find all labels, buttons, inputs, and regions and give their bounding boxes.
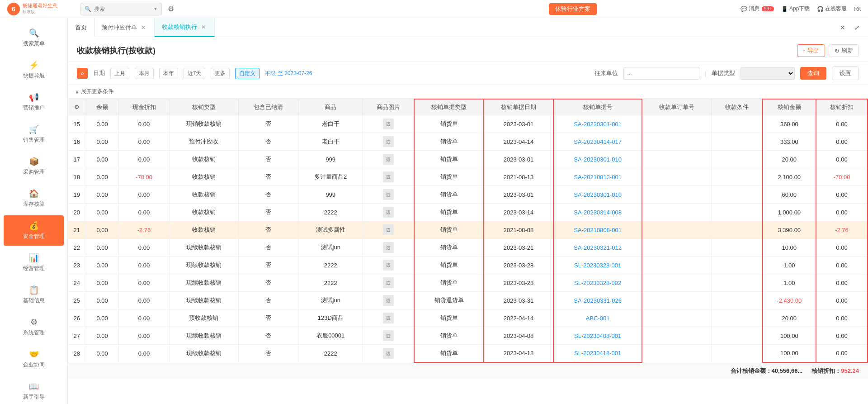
table-wrapper: ⚙ 余额 现金折扣 核销类型 包含已结清 商品 商品图片 核销单据类型 核销单据…: [68, 99, 868, 404]
cell-receipt-order-no: [642, 292, 711, 309]
sidebar-item-sales-mgmt[interactable]: 🛒销售管理: [4, 119, 64, 149]
cell-receipt-condition: [711, 133, 762, 151]
last-month-btn[interactable]: 上月: [110, 68, 129, 79]
settings-btn[interactable]: 设置: [832, 67, 859, 80]
messages-btn[interactable]: 💬 消息 99+: [741, 5, 774, 13]
cell-offset-bill-no[interactable]: SL-20230328-002: [553, 274, 642, 292]
bill-no-link[interactable]: SL-20230408-001: [574, 333, 621, 339]
filter-collapse-btn[interactable]: »: [77, 68, 88, 79]
bill-no-link[interactable]: SA-20230301-010: [574, 191, 622, 198]
query-btn[interactable]: 查询: [800, 67, 826, 80]
industry-btn[interactable]: 休验行业方案: [549, 3, 597, 15]
sidebar-item-purchase-mgmt[interactable]: 📦采购管理: [4, 151, 64, 181]
cell-offset-bill-no[interactable]: SA-20230314-008: [553, 204, 642, 221]
cell-no: 23: [68, 257, 86, 274]
bill-no-link[interactable]: SA-20230301-001: [574, 121, 622, 128]
tab-prepay-close[interactable]: ✕: [140, 24, 147, 31]
sidebar-item-inventory[interactable]: 🏠库存核算: [4, 183, 64, 214]
cell-offset-bill-no[interactable]: SA-20230321-012: [553, 239, 642, 257]
tab-prepay-offset[interactable]: 预付冲应付单 ✕: [94, 18, 155, 37]
refresh-btn[interactable]: ↻ 刷新: [829, 44, 859, 57]
bill-no-link[interactable]: SA-20230301-010: [574, 156, 622, 163]
export-btn[interactable]: ↑ 导出: [797, 44, 826, 57]
last-7-days-btn[interactable]: 近7天: [184, 68, 206, 79]
cell-include-settled: 否: [238, 186, 298, 204]
bill-no-link[interactable]: ABC-001: [586, 315, 610, 322]
cell-offset-discount: 0.00: [816, 204, 868, 221]
cell-receipt-condition: [711, 292, 762, 309]
cell-receipt-order-no: [642, 204, 711, 221]
cell-offset-bill-date: 2023-03-28: [484, 274, 553, 292]
sidebar-item-capital-mgmt[interactable]: 💰资金管理: [4, 215, 64, 246]
cell-offset-bill-no[interactable]: SA-20230301-010: [553, 186, 642, 204]
cell-goods: 123D商品: [298, 309, 363, 327]
online-service-btn[interactable]: 🎧 在线客服: [817, 5, 847, 13]
bill-no-link[interactable]: SA-20230414-017: [574, 138, 622, 145]
search-input[interactable]: [94, 6, 151, 12]
cell-offset-bill-no[interactable]: SA-20230414-017: [553, 133, 642, 151]
cell-goods: 2222: [298, 257, 363, 274]
cell-balance: 0.00: [86, 257, 118, 274]
cell-offset-bill-no[interactable]: SA-20210808-001: [553, 221, 642, 239]
cell-receipt-order-no: [642, 221, 711, 239]
cell-offset-bill-no[interactable]: SL-20230408-001: [553, 327, 642, 345]
expand-more-bar[interactable]: ∨ 展开更多条件: [68, 85, 868, 99]
cell-cash-discount: 0.00: [118, 345, 169, 362]
bill-no-link[interactable]: SA-20230314-008: [574, 209, 622, 216]
cell-no: 24: [68, 274, 86, 292]
cell-offset-bill-type: 销货单: [414, 345, 484, 362]
bill-no-link[interactable]: SL-20230418-001: [574, 350, 621, 356]
bill-no-link[interactable]: SA-20210808-001: [574, 227, 622, 233]
bill-no-link[interactable]: SA-20230321-012: [574, 244, 622, 251]
tab-home[interactable]: 首页: [68, 18, 94, 37]
cell-goods-img: 🖼: [363, 345, 414, 362]
cell-include-settled: 否: [238, 151, 298, 168]
cell-offset-bill-no[interactable]: SA-20230301-001: [553, 115, 642, 133]
cell-offset-bill-no[interactable]: SA-20230301-010: [553, 151, 642, 168]
cell-offset-bill-date: 2023-03-01: [484, 151, 553, 168]
user-name[interactable]: Rit: [854, 6, 861, 12]
this-month-btn[interactable]: 本月: [135, 68, 154, 79]
app-download-btn[interactable]: 📱 App下载: [781, 5, 810, 13]
col-offset-bill-date: 核销单据日期: [484, 99, 553, 115]
more-date-btn[interactable]: 更多: [211, 68, 230, 79]
cell-offset-bill-no[interactable]: SA-20210813-001: [553, 168, 642, 186]
bill-no-link[interactable]: SL-20230328-002: [574, 280, 621, 286]
custom-date-btn[interactable]: 自定义: [235, 68, 259, 79]
bill-no-link[interactable]: SL-20230328-001: [574, 262, 621, 269]
bill-no-link[interactable]: SA-20230331-026: [574, 297, 622, 304]
cell-goods: 999: [298, 151, 363, 168]
tab-prepay-label: 预付冲应付单: [102, 24, 137, 32]
sidebar-item-marketing[interactable]: 📢营销推广: [4, 87, 64, 117]
cell-offset-bill-no[interactable]: SL-20230328-001: [553, 257, 642, 274]
sidebar-icon-basic-info: 📋: [29, 285, 39, 295]
bill-type-select[interactable]: [741, 67, 795, 80]
message-icon: 💬: [741, 6, 747, 12]
col-setting[interactable]: ⚙: [68, 99, 86, 115]
sidebar-item-basic-info[interactable]: 📋基础信息: [4, 280, 64, 310]
col-goods: 商品: [298, 99, 363, 115]
tab-receipt-offset[interactable]: 收款核销执行 ✕: [155, 18, 215, 37]
sidebar-item-quick-nav[interactable]: ⚡快捷导航: [4, 55, 64, 85]
close-all-icon[interactable]: ✕: [837, 22, 848, 33]
main-layout: 🔍搜索菜单⚡快捷导航📢营销推广🛒销售管理📦采购管理🏠库存核算💰资金管理📊经营管理…: [0, 18, 868, 404]
search-bar[interactable]: 🔍 ▼: [80, 3, 162, 15]
sidebar-item-corp-collab[interactable]: 🤝企业协同: [4, 344, 64, 374]
cell-receipt-order-no: [642, 327, 711, 345]
cell-offset-bill-no[interactable]: ABC-001: [553, 309, 642, 327]
search-icon: 🔍: [85, 6, 91, 12]
sidebar-item-newbie-guide[interactable]: 📖新手引导: [4, 376, 64, 404]
cell-balance: 0.00: [86, 239, 118, 257]
cell-offset-bill-no[interactable]: SA-20230331-026: [553, 292, 642, 309]
this-year-btn[interactable]: 本年: [159, 68, 178, 79]
sidebar-item-biz-mgmt[interactable]: 📊经营管理: [4, 247, 64, 278]
settings-icon[interactable]: ⚙: [165, 4, 176, 14]
tab-receipt-close[interactable]: ✕: [200, 24, 207, 31]
source-unit-input[interactable]: [623, 67, 699, 80]
bill-no-link[interactable]: SA-20210813-001: [574, 174, 622, 181]
table-footer: 合计核销金额：40,556,66... 核销折扣：952.24: [68, 363, 868, 379]
cell-offset-bill-no[interactable]: SL-20230418-001: [553, 345, 642, 362]
maximize-icon[interactable]: ⤢: [852, 22, 863, 33]
sidebar-item-search-menu[interactable]: 🔍搜索菜单: [4, 23, 64, 53]
sidebar-item-sys-mgmt[interactable]: ⚙系统管理: [4, 312, 64, 342]
